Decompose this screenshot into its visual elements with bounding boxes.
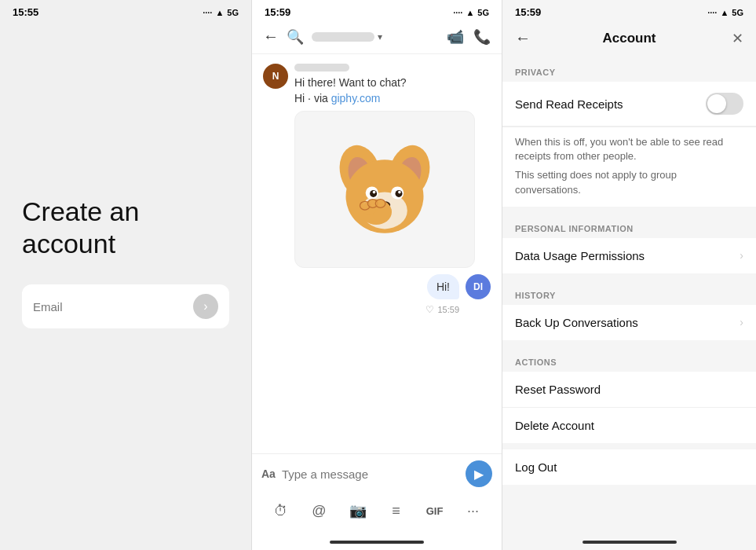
outgoing-message-text: Hi! [427,274,459,299]
email-submit-button[interactable]: › [193,294,218,319]
status-icons-chat: ···· ▲ 5G [453,8,489,17]
wifi-icon-chat: ···· [453,8,462,17]
contact-name-blur [312,32,374,42]
log-out-row[interactable]: Log Out [502,449,756,485]
log-out-label: Log Out [515,460,743,474]
search-button-chat[interactable]: 🔍 [287,28,304,46]
message-group-n: Hi there! Want to chat? Hi · via giphy.c… [294,64,475,268]
actions-card: Reset Password Delete Account [502,372,756,443]
logout-card: Log Out [502,449,756,485]
chat-header: ← 🔍 ▾ 📹 📞 [252,21,502,54]
privacy-description-box: When this is off, you won't be able to s… [502,126,756,207]
home-indicator-account [502,534,756,550]
email-row: › [22,284,229,328]
history-section-label: HISTORY [502,280,756,305]
chat-input-row: Aa ▶ [261,460,492,487]
font-format-button[interactable]: Aa [261,468,276,480]
status-icons-account: ···· ▲ 5G [707,8,743,17]
create-account-panel: 15:55 ···· ▲ 5G Create an account › [0,0,251,550]
backup-conversations-label: Back Up Conversations [515,316,740,329]
svg-point-10 [373,191,376,194]
status-bar-account: 15:59 ···· ▲ 5G [502,0,756,21]
heart-reaction-icon[interactable]: ♡ [425,304,434,315]
create-content: Create an account › [0,0,251,550]
delete-account-row[interactable]: Delete Account [502,408,756,443]
backup-conversations-row[interactable]: Back Up Conversations › [502,305,756,340]
status-time-chat: 15:59 [265,6,290,18]
chat-toolbar: ⏱ @ 📷 ≡ GIF ··· [261,493,492,528]
svg-point-17 [375,200,385,208]
phone-call-icon[interactable]: 📞 [473,28,491,46]
avatar-n: N [263,64,288,89]
send-button[interactable]: ▶ [466,460,492,487]
battery-icon-chat: 5G [477,8,489,17]
backup-chevron-icon: › [740,316,743,328]
avatar-di: DI [466,274,491,299]
toggle-knob [707,94,726,113]
stickers-icon[interactable]: ≡ [382,497,411,525]
personal-info-section-label: PERSONAL INFORMATION [502,213,756,238]
delete-account-label: Delete Account [515,419,743,432]
reset-password-row[interactable]: Reset Password [502,372,756,408]
message-input[interactable] [282,468,459,481]
spacer-1 [502,207,756,213]
email-input[interactable] [33,300,187,314]
home-indicator-chat [252,534,502,550]
privacy-section-label: PRIVACY [502,57,756,82]
reset-password-label: Reset Password [515,383,743,396]
video-call-icon[interactable]: 📹 [447,28,464,46]
send-read-receipts-row[interactable]: Send Read Receipts [502,82,756,126]
privacy-description-2: This setting does not apply to group con… [515,168,743,196]
message-group-di: Hi! ♡ 15:59 [425,274,459,315]
giphy-link[interactable]: giphy.com [331,92,381,104]
home-bar-account [583,541,677,544]
chat-header-actions: 📹 📞 [447,28,491,46]
account-settings-panel: 15:59 ···· ▲ 5G ← Account ✕ PRIVACY Send… [502,0,756,550]
chat-input-area: Aa ▶ ⏱ @ 📷 ≡ GIF ··· [252,453,502,534]
data-usage-chevron-icon: › [740,249,743,262]
chevron-down-icon: ▾ [378,31,382,42]
chat-contact-name[interactable]: ▾ [312,31,439,42]
message-meta: ♡ 15:59 [425,304,459,315]
back-button-account[interactable]: ← [515,29,537,47]
account-content: PRIVACY Send Read Receipts When this is … [502,57,756,534]
gif-button[interactable]: GIF [421,497,449,525]
message-row-incoming: N Hi there! Want to chat? Hi · via giphy… [263,64,491,268]
spacer-4 [502,443,756,449]
close-button-account[interactable]: ✕ [721,30,743,47]
message-time: 15:59 [437,305,459,314]
spacer-3 [502,340,756,346]
status-time-account: 15:59 [515,6,541,18]
create-title: Create an account [22,196,229,260]
data-usage-label: Data Usage Permissions [515,249,740,262]
timer-icon[interactable]: ⏱ [267,497,295,525]
more-options-icon[interactable]: ··· [459,497,488,525]
send-read-receipts-toggle[interactable] [706,93,743,115]
wifi-icon-account: ···· [707,8,717,17]
data-usage-row[interactable]: Data Usage Permissions › [502,238,756,273]
corgi-illustration [314,119,455,260]
account-header: ← Account ✕ [502,21,756,57]
battery-icon-account: 5G [732,8,743,17]
message-row-outgoing: DI Hi! ♡ 15:59 [263,274,491,315]
privacy-card: Send Read Receipts When this is off, you… [502,82,756,207]
signal-icon-account: ▲ [720,8,729,17]
sender-name-bar [294,64,349,72]
message-text-2: Hi · via giphy.com [294,92,475,104]
gif-container [294,111,475,268]
home-bar-chat [330,541,424,544]
account-title: Account [603,31,656,46]
personal-info-card: Data Usage Permissions › [502,238,756,273]
back-button-chat[interactable]: ← [263,28,279,46]
camera-icon[interactable]: 📷 [344,497,372,525]
at-mention-icon[interactable]: @ [305,497,334,525]
actions-section-label: ACTIONS [502,346,756,372]
status-bar-chat: 15:59 ···· ▲ 5G [252,0,502,21]
chat-panel: 15:59 ···· ▲ 5G ← 🔍 ▾ 📹 📞 N Hi there! Wa… [251,0,502,550]
send-read-receipts-label: Send Read Receipts [515,97,706,111]
signal-icon-chat: ▲ [466,8,474,17]
chat-messages: N Hi there! Want to chat? Hi · via giphy… [252,54,502,453]
privacy-description-1: When this is off, you won't be able to s… [515,135,743,163]
history-card: Back Up Conversations › [502,305,756,340]
message-text-1: Hi there! Want to chat? [294,76,475,89]
